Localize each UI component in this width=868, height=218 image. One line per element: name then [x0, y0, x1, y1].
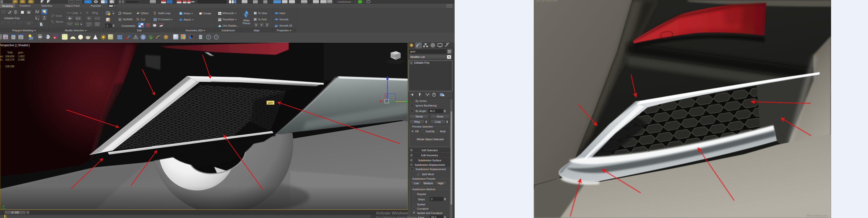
svg-text:?: ? — [208, 35, 209, 39]
svg-text:ys:: ys: — [0, 55, 3, 58]
svg-text:HF: HF — [157, 37, 160, 39]
svg-text:gum: gum — [18, 51, 23, 54]
svg-text:Perspective ] [ Shaded ]: Perspective ] [ Shaded ] — [0, 43, 30, 47]
svg-text:?: ? — [215, 35, 217, 39]
svg-text:119,174: 119,174 — [5, 58, 14, 61]
svg-text:NetCarShow.com: NetCarShow.com — [807, 214, 827, 217]
svg-text:1,822: 1,822 — [18, 55, 25, 58]
svg-text:108.296: 108.296 — [5, 65, 14, 68]
svg-text:0x: 0x — [165, 36, 167, 39]
svg-text:Total: Total — [7, 51, 12, 54]
svg-text:30: 30 — [275, 26, 277, 27]
svg-text:ts:: ts: — [0, 58, 3, 61]
svg-text:NetCarShow.com: NetCarShow.com — [535, 0, 558, 2]
svg-text:2,496: 2,496 — [18, 58, 25, 61]
svg-text:gum: gum — [268, 102, 273, 104]
svg-text:y: y — [3, 205, 5, 208]
svg-text:RIGHT: RIGHT — [391, 55, 397, 57]
svg-text:106,824: 106,824 — [5, 55, 14, 58]
